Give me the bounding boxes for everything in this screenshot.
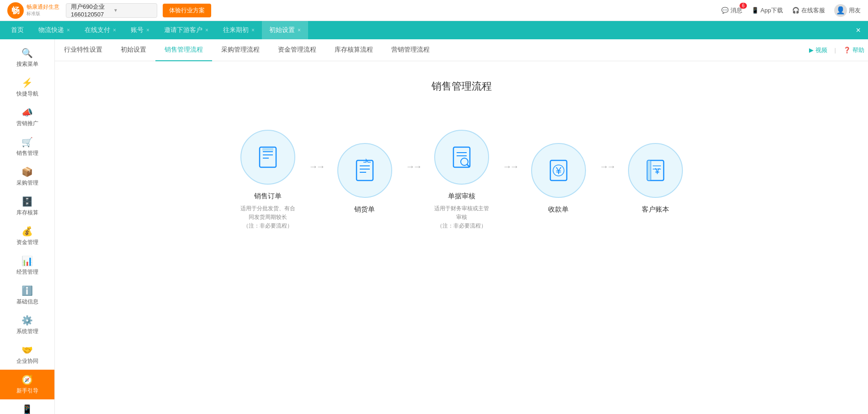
receipt-icon: ¥	[546, 158, 571, 183]
sidebar-item-marketing[interactable]: 📣 营销推广	[0, 102, 54, 132]
top-right-actions: 💬 消息 6 📱 App下载 🎧 在线客服 👤 用友	[721, 4, 861, 17]
user-selector-arrow: ▼	[113, 8, 152, 13]
svg-rect-18	[647, 160, 651, 180]
sub-tab-purchase-flow[interactable]: 采购管理流程	[212, 39, 269, 61]
help-icon: ❓	[843, 47, 851, 53]
user-selector[interactable]: 用户690企业1660120507 ▼	[66, 3, 157, 18]
sidebar: 🔍 搜索菜单 ⚡ 快捷导航 📣 营销推广 🛒 销售管理 📦 采购管理 🗄️ 库存…	[0, 39, 55, 414]
flow-label-sales-invoice: 销货单	[354, 205, 375, 214]
sidebar-item-basic[interactable]: ℹ️ 基础信息	[0, 281, 54, 310]
flow-circle-sales-order[interactable]	[240, 130, 295, 185]
app-download-button[interactable]: 📱 App下载	[751, 6, 783, 15]
flow-circle-receipt[interactable]: ¥	[531, 143, 586, 198]
nav-tab-logistics[interactable]: 物流快递 ×	[31, 21, 77, 39]
logo-area: 畅 畅康通好生意 标准版	[7, 2, 62, 19]
user-selector-text: 用户690企业1660120507	[71, 3, 110, 18]
close-all-tabs-button[interactable]: ×	[852, 26, 864, 35]
sidebar-item-purchase[interactable]: 📦 采购管理	[0, 162, 54, 191]
svg-text:¥: ¥	[654, 167, 660, 176]
nav-tab-payment[interactable]: 在线支付 ×	[77, 21, 123, 39]
nav-tab-invite[interactable]: 邀请下游客户 ×	[157, 21, 216, 39]
sales-order-icon	[255, 144, 281, 170]
flow-arrow-2: →→	[406, 161, 421, 172]
flow-desc-review: 适用于财务审核或主管审核（注：非必要流程）	[432, 204, 491, 231]
nav-tab-init-settings[interactable]: 初始设置 ×	[262, 21, 308, 39]
flow-circle-account-book[interactable]: ¥	[628, 143, 683, 198]
sales-icon: 🛒	[21, 137, 33, 148]
sub-tab-sales-flow[interactable]: 销售管理流程	[155, 39, 212, 61]
help-link[interactable]: ❓ 帮助	[843, 46, 864, 54]
page-title: 销售管理流程	[66, 80, 857, 93]
sidebar-item-label: 基础信息	[16, 298, 38, 306]
flow-circle-sales-invoice[interactable]	[337, 143, 392, 198]
content-area: 行业特性设置 初始设置 销售管理流程 采购管理流程 资金管理流程 库存核算流程 …	[55, 39, 868, 414]
inventory-icon: 🗄️	[21, 196, 33, 207]
sub-tab-init[interactable]: 初始设置	[112, 39, 155, 61]
sidebar-item-label: 营销推广	[16, 120, 38, 127]
sidebar-item-label: 采购管理	[16, 179, 38, 187]
flow-arrow-3: →→	[503, 161, 517, 172]
close-icon[interactable]: ×	[251, 27, 255, 33]
sub-tab-finance-flow[interactable]: 资金管理流程	[269, 39, 325, 61]
flow-desc-sales-order: 适用于分批发货、有合同发货周期较长（注：非必要流程）	[238, 204, 298, 231]
svg-rect-5	[357, 160, 373, 180]
sidebar-item-apps[interactable]: 📱 应用中心	[0, 399, 54, 414]
sidebar-item-label: 库存核算	[16, 209, 38, 217]
trial-button[interactable]: 体验行业方案	[163, 4, 211, 17]
online-service-button[interactable]: 🎧 在线客服	[792, 6, 825, 15]
collab-icon: 🤝	[21, 345, 33, 356]
sub-tab-actions: ▶ 视频 | ❓ 帮助	[809, 46, 868, 54]
video-link[interactable]: ▶ 视频	[809, 46, 827, 54]
sub-tab-industry[interactable]: 行业特性设置	[55, 39, 112, 61]
headset-icon: 🎧	[792, 7, 799, 14]
sidebar-item-label: 搜索菜单	[16, 60, 38, 68]
sub-tabs: 行业特性设置 初始设置 销售管理流程 采购管理流程 资金管理流程 库存核算流程 …	[55, 39, 868, 61]
svg-rect-4	[262, 148, 273, 151]
close-icon[interactable]: ×	[113, 27, 116, 33]
flow-item-review: 单据审核 适用于财务审核或主管审核（注：非必要流程）	[425, 130, 498, 231]
close-icon[interactable]: ×	[298, 27, 301, 33]
apps-icon: 📱	[21, 404, 33, 414]
nav-tab-period[interactable]: 往来期初 ×	[216, 21, 262, 39]
user-avatar-button[interactable]: 👤 用友	[834, 4, 861, 17]
sidebar-item-inventory[interactable]: 🗄️ 库存核算	[0, 191, 54, 221]
help-label: 帮助	[852, 46, 864, 54]
basic-icon: ℹ️	[21, 285, 33, 296]
guide-icon: 🧭	[21, 374, 33, 385]
marketing-icon: 📣	[21, 107, 33, 118]
flow-label-receipt: 收款单	[548, 205, 569, 214]
logo-version: 标准版	[27, 11, 59, 17]
sidebar-item-quicknav[interactable]: ⚡ 快捷导航	[0, 73, 54, 102]
sidebar-item-label: 企业协同	[16, 357, 38, 365]
flow-arrow-1: →→	[309, 161, 324, 172]
sidebar-item-collab[interactable]: 🤝 企业协同	[0, 340, 54, 370]
close-icon[interactable]: ×	[146, 27, 149, 33]
flow-label-account-book: 客户账本	[642, 205, 669, 214]
nav-tab-home[interactable]: 首页	[4, 21, 31, 39]
divider: |	[835, 47, 836, 53]
sub-tab-inventory-flow[interactable]: 库存核算流程	[325, 39, 382, 61]
message-button[interactable]: 💬 消息 6	[721, 6, 742, 15]
sidebar-item-guide[interactable]: 🧭 新手引导	[0, 370, 54, 399]
sidebar-item-sales[interactable]: 🛒 销售管理	[0, 132, 54, 162]
flow-item-sales-invoice: 销货单	[328, 143, 401, 218]
sidebar-item-finance[interactable]: 💰 资金管理	[0, 221, 54, 251]
sidebar-item-system[interactable]: ⚙️ 系统管理	[0, 310, 54, 340]
close-icon[interactable]: ×	[67, 27, 70, 33]
flow-arrow-4: →→	[600, 161, 614, 172]
sidebar-item-label: 系统管理	[16, 328, 38, 335]
nav-tab-account[interactable]: 账号 ×	[123, 21, 157, 39]
flow-item-account-book: ¥ 客户账本	[619, 143, 692, 218]
finance-icon: 💰	[21, 226, 33, 237]
close-icon[interactable]: ×	[205, 27, 208, 33]
main-layout: 🔍 搜索菜单 ⚡ 快捷导航 📣 营销推广 🛒 销售管理 📦 采购管理 🗄️ 库存…	[0, 39, 868, 414]
user-name: 用友	[849, 6, 861, 15]
sub-tab-marketing-flow[interactable]: 营销管理流程	[382, 39, 439, 61]
purchase-icon: 📦	[21, 166, 33, 177]
sidebar-item-search[interactable]: 🔍 搜索菜单	[0, 43, 54, 73]
top-bar: 畅 畅康通好生意 标准版 用户690企业1660120507 ▼ 体验行业方案 …	[0, 0, 868, 21]
flow-circle-review[interactable]	[434, 130, 489, 185]
sidebar-item-operations[interactable]: 📊 经营管理	[0, 251, 54, 281]
play-icon: ▶	[809, 47, 814, 53]
message-badge: 6	[740, 3, 747, 9]
